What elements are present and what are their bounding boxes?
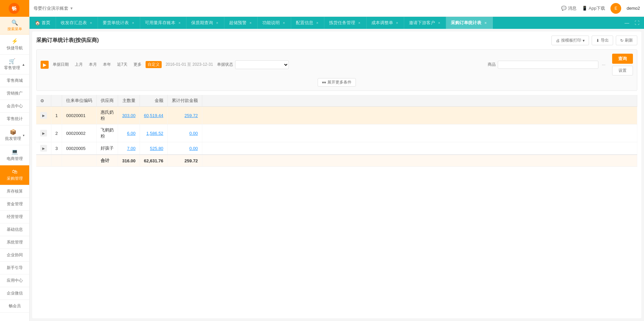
- row-amount[interactable]: 1,586.52: [140, 124, 168, 142]
- tab-close-baozhi[interactable]: ×: [215, 20, 219, 25]
- row-paid[interactable]: 0.00: [167, 124, 202, 142]
- row-amount[interactable]: 60,519.44: [140, 107, 168, 124]
- sidebar-item-basic-info[interactable]: 基础信息: [0, 223, 29, 236]
- footer-label: 合计: [97, 155, 118, 167]
- tab-close-paihuorenwu[interactable]: ×: [357, 20, 361, 25]
- tab-paihuorenwu[interactable]: 拣货任务管理 ×: [324, 17, 366, 29]
- col-empty: [202, 95, 637, 107]
- row-qty[interactable]: 7.00: [118, 142, 140, 155]
- status-filter-select[interactable]: [235, 60, 289, 69]
- tab-close-yaohuo[interactable]: ×: [131, 20, 135, 25]
- tab-close-peizhi[interactable]: ×: [315, 20, 319, 25]
- expand-row-button[interactable]: ▶: [40, 145, 47, 152]
- sidebar-item-vip[interactable]: 畅会员: [0, 300, 29, 313]
- shortcut-custom[interactable]: 自定义: [146, 61, 162, 68]
- tab-close-yaoqing[interactable]: ×: [437, 20, 441, 25]
- tab-yaohuo[interactable]: 要货单统计表 ×: [98, 17, 140, 29]
- tab-close-caigou[interactable]: ×: [483, 20, 487, 25]
- refresh-button[interactable]: ↻ 刷新: [616, 36, 637, 45]
- tab-minimize-button[interactable]: —: [623, 19, 631, 27]
- user-name[interactable]: demo2: [627, 6, 640, 11]
- app-logo[interactable]: 畅: [0, 0, 29, 17]
- query-settings-group: 查询 设置: [612, 54, 633, 75]
- tab-home[interactable]: 🏠 首页: [30, 17, 56, 29]
- sidebar-item-quick-nav[interactable]: ⚡ 快捷导航: [0, 35, 29, 55]
- app-download-button[interactable]: 📱 App下载: [582, 5, 605, 11]
- row-expand-btn[interactable]: ▶: [36, 142, 51, 155]
- row-paid[interactable]: 0.00: [167, 142, 202, 155]
- shortcut-more[interactable]: 更多: [131, 61, 144, 68]
- row-expand-btn[interactable]: ▶: [36, 124, 51, 142]
- sidebar-item-search[interactable]: 🔍 搜索菜单: [0, 17, 29, 35]
- goods-filter-label: 商品: [488, 62, 496, 67]
- sidebar-item-newbie[interactable]: 新手引导: [0, 262, 29, 274]
- tab-close-keyongliang[interactable]: ×: [177, 20, 181, 25]
- sidebar-item-enterprise[interactable]: 企业协同: [0, 249, 29, 262]
- tab-gongneng[interactable]: 功能说明 ×: [258, 17, 291, 29]
- filter-toggle-button[interactable]: ▶: [41, 61, 49, 69]
- export-button[interactable]: ⬇ 导出: [592, 36, 613, 45]
- data-table: ⚙ 往来单位编码 供应商 主数量 金额 累计付款金额 ▶ 1: [36, 95, 637, 167]
- message-button[interactable]: 💬 消息: [561, 5, 577, 11]
- row-number: 3: [51, 142, 62, 155]
- tab-shoufayuihui[interactable]: 收发存汇总表 ×: [56, 17, 98, 29]
- sidebar-item-purchase[interactable]: 🛍 采购管理: [0, 165, 29, 185]
- sidebar-item-retail[interactable]: 🛒 零售管理 ▲: [0, 55, 29, 74]
- settings-button[interactable]: 设置: [612, 66, 633, 75]
- tab-peizhi[interactable]: 配置信息 ×: [291, 17, 324, 29]
- sidebar-item-marketing[interactable]: 营销推广: [0, 87, 29, 100]
- shortcut-this-month[interactable]: 本月: [87, 61, 99, 68]
- sidebar-item-ecommerce[interactable]: 💻 电商管理: [0, 145, 29, 165]
- tab-close-chengbentiaoz[interactable]: ×: [395, 20, 399, 25]
- sidebar-item-member[interactable]: 会员中心: [0, 100, 29, 113]
- expand-row-button[interactable]: ▶: [40, 112, 47, 119]
- tab-baozhi[interactable]: 保质期查询 ×: [186, 17, 224, 29]
- shortcut-this-year[interactable]: 本年: [101, 61, 113, 68]
- purchase-icon: 🛍: [12, 169, 17, 175]
- shortcut-7days[interactable]: 近7天: [115, 61, 129, 68]
- row-code: 00020001: [62, 107, 97, 124]
- sidebar-item-inventory[interactable]: 库存核算: [0, 185, 29, 198]
- col-settings[interactable]: ⚙: [36, 95, 51, 107]
- tab-caigou[interactable]: 采购订单统计表 ×: [446, 17, 492, 29]
- user-avatar[interactable]: E: [610, 3, 621, 14]
- sidebar-item-retail-shop[interactable]: 零售商城: [0, 74, 29, 87]
- tab-close-gongneng[interactable]: ×: [282, 20, 286, 25]
- row-qty[interactable]: 6.00: [118, 124, 140, 142]
- tab-keyongliang[interactable]: 可用量库存账本 ×: [140, 17, 186, 29]
- sidebar-item-system[interactable]: 系统管理: [0, 236, 29, 249]
- workspace-title[interactable]: 母婴行业演示账套 ▾: [34, 5, 558, 11]
- sidebar-item-batch[interactable]: 📦 批发管理 ▾: [0, 125, 29, 145]
- filter-row-1: ▶ 单据日期 上月 本月 本年 近7天 更多 自定义 2016-01-01 至 …: [41, 54, 633, 75]
- refresh-icon: ↻: [620, 38, 624, 43]
- table-head: ⚙ 往来单位编码 供应商 主数量 金额 累计付款金额: [36, 95, 637, 107]
- sidebar-item-operation[interactable]: 经营管理: [0, 211, 29, 223]
- tab-maximize-button[interactable]: ⛶: [633, 19, 641, 27]
- tab-bar: 🏠 首页 收发存汇总表 × 要货单统计表 × 可用量库存账本 × 保质期查询 ×…: [30, 17, 644, 29]
- sidebar-item-retail-stat[interactable]: 零售统计: [0, 113, 29, 125]
- tab-chaochuyujing[interactable]: 超储预警 ×: [224, 17, 258, 29]
- expand-row-button[interactable]: ▶: [40, 130, 47, 137]
- row-qty[interactable]: 303.00: [118, 107, 140, 124]
- expand-icon: ▾▾: [322, 80, 326, 85]
- tab-close-shoufayuihui[interactable]: ×: [89, 20, 93, 25]
- print-button[interactable]: 🖨 按模板打印 ▾: [551, 36, 589, 45]
- sidebar-item-wechat[interactable]: 企业微信: [0, 287, 29, 300]
- query-button[interactable]: 查询: [612, 54, 633, 64]
- tab-close-chaochuyujing[interactable]: ×: [249, 20, 253, 25]
- footer-empty: [202, 155, 637, 167]
- tab-yaoqing[interactable]: 邀请下游客户 ×: [404, 17, 446, 29]
- row-paid[interactable]: 259.72: [167, 107, 202, 124]
- goods-filter-input[interactable]: [498, 61, 598, 69]
- row-expand-btn[interactable]: ▶: [36, 107, 51, 124]
- shortcut-last-month[interactable]: 上月: [73, 61, 85, 68]
- sidebar-item-finance[interactable]: 资金管理: [0, 198, 29, 211]
- sidebar: 畅 🔍 搜索菜单 ⚡ 快捷导航 🛒 零售管理 ▲ 零售商城 营销推广 会员中心 …: [0, 0, 30, 321]
- tab-chengbentiaoz[interactable]: 成本调整单 ×: [367, 17, 404, 29]
- row-amount[interactable]: 525.80: [140, 142, 168, 155]
- expand-more-button[interactable]: ▾▾ 展开更多条件: [318, 78, 356, 87]
- print-dropdown-icon: ▾: [583, 38, 585, 43]
- goods-filter-more-icon[interactable]: ···: [602, 62, 605, 67]
- sidebar-item-app-center[interactable]: 应用中心: [0, 274, 29, 287]
- tab-bar-end: — ⛶: [623, 19, 644, 27]
